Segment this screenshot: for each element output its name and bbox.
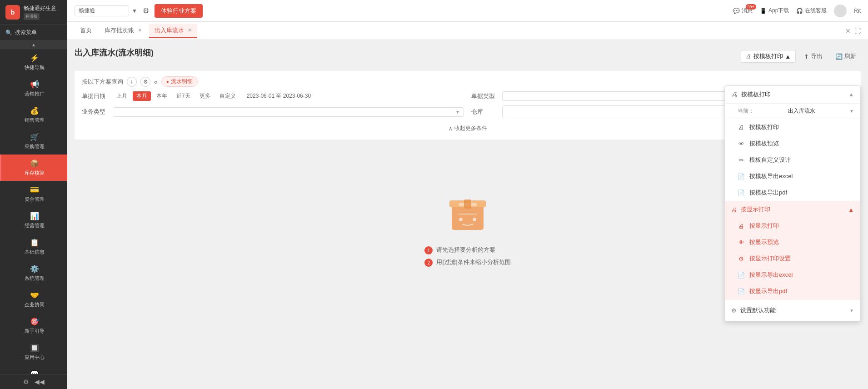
close-tab-icon[interactable]: ✕ [845, 27, 851, 35]
sidebar-item-wechat[interactable]: 💬 企业微信 [0, 365, 67, 374]
marketing-icon: 📢 [30, 80, 39, 89]
filter-add-btn[interactable]: + [127, 77, 137, 87]
svg-rect-3 [464, 199, 471, 209]
sidebar-search[interactable]: 🔍 搜索菜单 [0, 25, 67, 40]
industry-btn[interactable]: 体验行业方案 [155, 4, 203, 18]
template-export-excel-btn[interactable]: 📄 按模板导出excel [725, 168, 860, 185]
sidebar-item-guide[interactable]: 🎯 新手引导 [0, 313, 67, 339]
corp-label: 企业协同 [25, 301, 45, 308]
user-avatar[interactable] [834, 5, 847, 17]
tab-batch-account-close[interactable]: ✕ [138, 27, 142, 33]
display-preview-icon: 👁 [738, 239, 745, 246]
svg-point-6 [473, 218, 476, 221]
sidebar-item-quick-nav[interactable]: ⚡ 快捷导航 [0, 49, 67, 75]
dropdown-title: 按模板打印 [741, 90, 771, 99]
filter-setting-btn[interactable]: ⚙ [140, 77, 150, 87]
header-gear-icon[interactable]: ⚙ [143, 6, 149, 15]
template-excel-icon: 📄 [738, 173, 745, 180]
operations-label: 经营管理 [25, 222, 45, 229]
sidebar-item-finance[interactable]: 💳 资金管理 [0, 181, 67, 207]
tab-flow-close[interactable]: ✕ [188, 27, 192, 33]
display-print-settings-btn[interactable]: ⚙ 按显示打印设置 [725, 250, 860, 267]
sidebar-item-operations[interactable]: 📊 经营管理 [0, 207, 67, 234]
sidebar-search-label: 搜索菜单 [15, 29, 37, 36]
header-dropdown-btn[interactable]: ▼ [132, 8, 137, 14]
online-service-btn[interactable]: 🎧 在线客服 [796, 7, 827, 15]
basic-info-icon: 📋 [30, 238, 39, 247]
sidebar-item-app-center[interactable]: 🔲 应用中心 [0, 339, 67, 365]
tab-batch-account[interactable]: 库存批次账✕ [99, 24, 147, 38]
dropdown-current[interactable]: 当前： 出入库流水 ▼ [725, 104, 860, 119]
sidebar: b 畅捷通好生意 标准版 🔍 搜索菜单 ▲ ⚡ 快捷导航 📢 营销推广 💰 销售… [0, 0, 67, 389]
quick-nav-label: 快捷导航 [25, 64, 45, 71]
current-label: 当前： [738, 107, 754, 115]
template-preview-btn[interactable]: 👁 按模板预览 [725, 135, 860, 152]
filter-section-label: 按以下方案查询 [82, 78, 123, 86]
display-excel-icon: 📄 [738, 272, 745, 279]
filter-tag[interactable]: ● 流水明细 [161, 76, 198, 87]
template-print-icon: 🖨 [738, 124, 745, 131]
collapse-icon[interactable]: ◀◀ [35, 378, 45, 385]
print-dropdown-panel: 🖨 按模板打印 ▲ 当前： 出入库流水 ▼ 🖨 按模板打印 [724, 85, 861, 321]
tabs-bar: 首页库存批次账✕出入库流水✕ ✕ ⛶ [67, 22, 868, 40]
username-label[interactable]: Rit [854, 8, 861, 14]
biz-type-label: 业务类型 [82, 108, 109, 116]
sidebar-item-inventory[interactable]: 📦 库存核算 [0, 155, 67, 181]
sales-icon: 💰 [30, 106, 39, 115]
page-content: 出入库流水(流水明细) 🖨 按模板打印 ▲ ⬆ 导出 🔄 刷新 [67, 40, 868, 389]
basic-info-label: 基础信息 [25, 249, 45, 255]
template-custom-btn[interactable]: ✏ 模板自定义设计 [725, 152, 860, 168]
default-settings-btn[interactable]: ⚙ 设置默认功能 ▼ [731, 304, 854, 317]
warehouse-label: 仓库 [471, 108, 499, 116]
display-export-pdf-btn[interactable]: 📄 按显示导出pdf [725, 283, 860, 299]
print-template-btn[interactable]: 🖨 按模板打印 ▲ [741, 50, 796, 63]
display-export-excel-btn[interactable]: 📄 按显示导出excel [725, 267, 860, 283]
tab-home-label: 首页 [80, 26, 92, 35]
tab-flow[interactable]: 出入库流水✕ [149, 24, 197, 38]
header-search-input[interactable] [75, 5, 129, 16]
guide-icon: 🎯 [30, 317, 39, 326]
system-label: 系统管理 [25, 275, 45, 282]
tabs-right: ✕ ⛶ [845, 27, 861, 35]
tab-home[interactable]: 首页 [75, 24, 97, 38]
sidebar-nav: ▲ ⚡ 快捷导航 📢 营销推广 💰 销售管理 🛒 采购管理 📦 库存核算 💳 资… [0, 40, 67, 374]
date-opt-custom[interactable]: 自定义 [216, 91, 239, 101]
nav-scroll-up[interactable]: ▲ [0, 40, 67, 49]
template-print-btn[interactable]: 🖨 按模板打印 [725, 119, 860, 135]
sidebar-bottom: ⚙ ◀◀ [0, 374, 67, 389]
message-badge: 99+ [746, 4, 756, 10]
template-export-pdf-btn[interactable]: 📄 按模板导出pdf [725, 185, 860, 201]
top-header: ▼ ⚙ 体验行业方案 💬 消息 99+ 📱 App下载 🎧 在线客服 [67, 0, 868, 22]
display-print-btn[interactable]: 🖨 按显示打印 [725, 218, 860, 234]
dropdown-header[interactable]: 🖨 按模板打印 ▲ [725, 86, 860, 104]
expand-icon[interactable]: ⛶ [854, 27, 861, 35]
biz-type-select[interactable]: ▼ [113, 107, 464, 117]
display-print-header[interactable]: 🖨 按显示打印 ▲ [725, 201, 860, 218]
export-btn[interactable]: ⬆ 导出 [799, 50, 827, 62]
sidebar-item-basic-info[interactable]: 📋 基础信息 [0, 234, 67, 260]
message-btn[interactable]: 💬 消息 99+ [733, 7, 753, 15]
settings-icon[interactable]: ⚙ [23, 378, 29, 385]
tabs-container: 首页库存批次账✕出入库流水✕ [75, 24, 197, 38]
sidebar-item-system[interactable]: ⚙️ 系统管理 [0, 260, 67, 286]
header-right: 💬 消息 99+ 📱 App下载 🎧 在线客服 Rit [733, 5, 861, 17]
display-print-header-icon: 🖨 [731, 206, 737, 213]
display-preview-btn[interactable]: 👁 按显示预览 [725, 234, 860, 250]
date-opt-this-year[interactable]: 本年 [153, 91, 171, 101]
date-opt-more[interactable]: 更多 [196, 91, 214, 101]
refresh-btn[interactable]: 🔄 刷新 [831, 50, 861, 62]
dropdown-toggle-icon: ▲ [848, 91, 854, 98]
date-opt-last-7[interactable]: 近7天 [173, 91, 194, 101]
sidebar-item-corp[interactable]: 🤝 企业协同 [0, 286, 67, 313]
sidebar-item-purchase[interactable]: 🛒 采购管理 [0, 128, 67, 155]
date-opt-this-month[interactable]: 本月 [133, 91, 151, 101]
biz-type-chevron-icon: ▼ [455, 110, 460, 115]
filter-collapse-btn[interactable]: « [154, 78, 158, 85]
sidebar-item-sales[interactable]: 💰 销售管理 [0, 102, 67, 128]
template-custom-icon: ✏ [738, 157, 745, 164]
date-opt-prev-month[interactable]: 上月 [113, 91, 131, 101]
current-arrow-icon: ▼ [849, 109, 854, 114]
finance-icon: 💳 [30, 185, 39, 194]
app-download-btn[interactable]: 📱 App下载 [760, 7, 789, 15]
sidebar-item-marketing[interactable]: 📢 营销推广 [0, 75, 67, 102]
